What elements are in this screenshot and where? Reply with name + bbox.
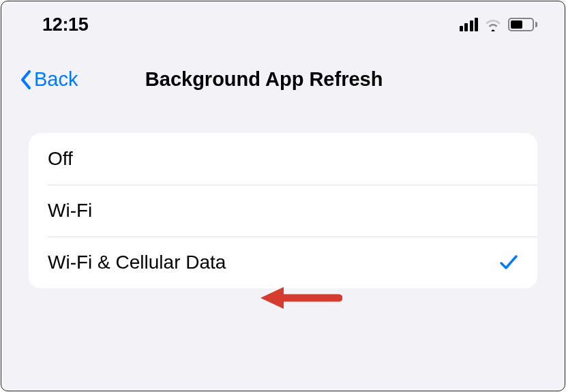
options-list: Off Wi-Fi Wi-Fi & Cellular Data: [29, 133, 537, 288]
wifi-icon: [484, 18, 502, 31]
checkmark-icon: [499, 254, 518, 271]
option-off[interactable]: Off: [29, 133, 537, 185]
annotation-arrow-icon: [260, 284, 342, 314]
cellular-signal-icon: [460, 18, 479, 31]
option-label: Off: [48, 148, 73, 170]
status-icons: [460, 18, 538, 31]
nav-bar: Back Background App Refresh: [1, 42, 565, 106]
option-wifi-cellular[interactable]: Wi-Fi & Cellular Data: [29, 237, 537, 288]
option-label: Wi-Fi: [48, 200, 92, 222]
back-button[interactable]: Back: [19, 68, 78, 91]
chevron-left-icon: [19, 69, 33, 91]
back-label: Back: [34, 68, 78, 91]
page-title: Background App Refresh: [145, 68, 383, 91]
status-bar: 12:15: [1, 1, 565, 42]
battery-icon: [508, 18, 537, 31]
option-label: Wi-Fi & Cellular Data: [48, 252, 226, 273]
status-time: 12:15: [42, 14, 89, 35]
option-wifi[interactable]: Wi-Fi: [29, 185, 537, 237]
svg-marker-1: [260, 287, 284, 309]
